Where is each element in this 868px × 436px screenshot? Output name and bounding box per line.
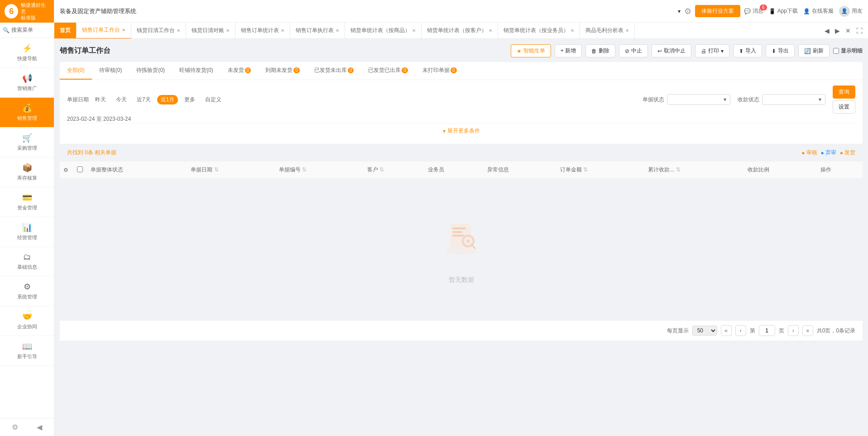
tab-sales-workbench[interactable]: 销售订单工作台 ✕ bbox=[77, 23, 131, 39]
tab-next-btn[interactable]: ▶ bbox=[833, 26, 842, 35]
tab-close-all-btn[interactable]: ✕ bbox=[844, 26, 853, 35]
user-area[interactable]: 👤 用友 bbox=[839, 6, 863, 17]
filter-tab-wangpu[interactable]: 旺铺待发货(0) bbox=[172, 62, 221, 80]
date-custom-btn[interactable]: 自定义 bbox=[201, 95, 225, 104]
refresh-btn[interactable]: 🔄 刷新 bbox=[798, 44, 830, 57]
th-date[interactable]: 单据日期 ⇅ bbox=[187, 161, 275, 179]
page-input[interactable] bbox=[759, 325, 775, 336]
sort-amount-icon[interactable]: ⇅ bbox=[583, 166, 588, 173]
message-action[interactable]: 💬 消息 6 bbox=[744, 7, 763, 15]
sidebar-item-purchase[interactable]: 🛒 采购管理 bbox=[0, 128, 54, 157]
stop-btn[interactable]: ⊘ 中止 bbox=[619, 44, 648, 57]
next-page-btn[interactable]: › bbox=[788, 325, 799, 336]
filter-tab-not-printed[interactable]: 未打印单据0 bbox=[415, 62, 464, 80]
sidebar-item-sales[interactable]: 💰 销售管理 bbox=[0, 98, 54, 128]
query-btn[interactable]: 查询 bbox=[833, 85, 855, 99]
settings-bottom-btn[interactable]: ⚙ bbox=[12, 423, 18, 431]
date-more-btn[interactable]: 更多 bbox=[181, 95, 199, 104]
batch-cancel-review-btn[interactable]: ● 弃审 bbox=[821, 149, 836, 156]
settings-icon[interactable]: ⚙ bbox=[684, 6, 691, 16]
expand-conditions-btn[interactable]: ▾ 展开更多条件 bbox=[67, 123, 855, 138]
basic-icon: 🗂 bbox=[23, 252, 31, 262]
smart-generate-btn[interactable]: ★ 智能生单 bbox=[511, 44, 551, 57]
sidebar-search[interactable]: 🔍 搜索菜单 bbox=[0, 23, 54, 38]
tab-cash-reconcile[interactable]: 钱货日清对账 ✕ bbox=[186, 23, 235, 39]
th-number[interactable]: 单据编号 ⇅ bbox=[275, 161, 364, 179]
select-all-checkbox[interactable] bbox=[77, 166, 83, 172]
tab-close-cash-daily[interactable]: ✕ bbox=[177, 28, 180, 33]
sidebar-item-guide[interactable]: 📖 新手引导 bbox=[0, 336, 54, 366]
filter-tab-shipped-out[interactable]: 已发货已出库0 bbox=[361, 62, 415, 80]
th-customer[interactable]: 客户 ⇅ bbox=[364, 161, 424, 179]
first-page-btn[interactable]: « bbox=[721, 325, 732, 336]
import-btn[interactable]: ⬆ 导入 bbox=[733, 44, 762, 57]
tab-close-sales-exec[interactable]: ✕ bbox=[336, 28, 339, 33]
sort-customer-icon[interactable]: ⇅ bbox=[379, 166, 384, 173]
sidebar-item-finance[interactable]: 💳 资金管理 bbox=[0, 187, 54, 217]
tab-close-customer[interactable]: ✕ bbox=[489, 28, 492, 33]
th-received[interactable]: 累计收款... ⇅ bbox=[644, 161, 744, 179]
th-amount[interactable]: 订单金额 ⇅ bbox=[556, 161, 645, 179]
operation-icon: 📊 bbox=[22, 223, 32, 232]
date-7days-btn[interactable]: 近7天 bbox=[133, 95, 154, 104]
prev-page-btn[interactable]: ‹ bbox=[735, 325, 746, 336]
th-settings[interactable]: ⚙ bbox=[60, 161, 73, 179]
delete-btn[interactable]: 🗑 删除 bbox=[585, 44, 615, 57]
tab-home[interactable]: 首页 bbox=[54, 23, 77, 39]
online-service-action[interactable]: 👤 在线客服 bbox=[803, 7, 834, 15]
filter-tab-overdue[interactable]: 到期未发货0 bbox=[258, 62, 307, 80]
empty-text: 暂无数据 bbox=[449, 276, 474, 284]
show-detail-label[interactable]: 显示明细 bbox=[833, 47, 863, 55]
sidebar-item-basic[interactable]: 🗂 基础信息 bbox=[0, 247, 54, 276]
filter-tab-all[interactable]: 全部(0) bbox=[60, 62, 92, 80]
tab-sales-summary-staff[interactable]: 销货单统计表（按业务员） ✕ bbox=[498, 23, 580, 39]
sidebar-item-inventory[interactable]: 📦 库存核算 bbox=[0, 157, 54, 187]
industry-btn[interactable]: 体验行业方案 bbox=[695, 5, 740, 17]
app-download-action[interactable]: 📱 App下载 bbox=[769, 7, 798, 15]
export-btn[interactable]: ⬇ 导出 bbox=[766, 44, 795, 57]
tab-maximize-btn[interactable]: ⛶ bbox=[854, 26, 864, 35]
cancel-stop-btn[interactable]: ↩ 取消中止 bbox=[652, 44, 691, 57]
tab-close-product[interactable]: ✕ bbox=[412, 28, 416, 33]
tab-close-staff[interactable]: ✕ bbox=[571, 28, 574, 33]
sidebar-item-enterprise[interactable]: 🤝 企业协同 bbox=[0, 306, 54, 336]
payment-select[interactable]: ▾ bbox=[762, 94, 825, 105]
filter-tab-pending-review[interactable]: 待审核(0) bbox=[92, 62, 129, 80]
status-select[interactable]: ▾ bbox=[667, 94, 730, 105]
sort-number-icon[interactable]: ⇅ bbox=[302, 166, 307, 173]
show-detail-checkbox[interactable] bbox=[833, 48, 839, 54]
sort-date-icon[interactable]: ⇅ bbox=[214, 166, 219, 173]
tab-close-sales-workbench[interactable]: ✕ bbox=[122, 28, 125, 33]
batch-review-btn[interactable]: ● 审核 bbox=[801, 149, 817, 156]
tab-close-cash-reconcile[interactable]: ✕ bbox=[226, 28, 230, 33]
tab-prev-btn[interactable]: ◀ bbox=[823, 26, 831, 35]
batch-ship-btn[interactable]: ● 发货 bbox=[840, 149, 855, 156]
add-btn[interactable]: + 新增 bbox=[555, 44, 582, 57]
sidebar-item-system[interactable]: ⚙ 系统管理 bbox=[0, 276, 54, 306]
th-checkbox[interactable] bbox=[73, 161, 87, 179]
filter-tab-not-shipped[interactable]: 未发货0 bbox=[221, 62, 259, 80]
date-today-btn[interactable]: 今天 bbox=[112, 95, 130, 104]
filter-tab-pending-inspect[interactable]: 待拣验货(0) bbox=[129, 62, 172, 80]
tab-sales-stats[interactable]: 销售订单统计表 ✕ bbox=[235, 23, 290, 39]
tab-sales-summary-customer[interactable]: 销货单统计表（按客户） ✕ bbox=[422, 23, 498, 39]
filter-tab-shipped-not-out[interactable]: 已发货未出库0 bbox=[307, 62, 361, 80]
print-btn[interactable]: 🖨 打印 ▾ bbox=[695, 44, 729, 57]
sidebar-item-operation[interactable]: 📊 经营管理 bbox=[0, 217, 54, 247]
date-1month-btn[interactable]: 近1月 bbox=[157, 95, 178, 104]
sort-received-icon[interactable]: ⇅ bbox=[676, 166, 681, 173]
tab-cash-daily[interactable]: 钱货日清工作台 ✕ bbox=[131, 23, 186, 39]
sidebar-item-quick-nav[interactable]: ⚡ 快捷导航 bbox=[0, 38, 54, 68]
system-dropdown[interactable]: ▾ bbox=[678, 8, 681, 14]
last-page-btn[interactable]: » bbox=[802, 325, 813, 336]
collapse-btn[interactable]: ◀ bbox=[37, 423, 42, 431]
per-page-select[interactable]: 10 20 50 100 bbox=[692, 326, 717, 336]
settings-search-btn[interactable]: 设置 bbox=[833, 100, 855, 114]
tab-sales-exec[interactable]: 销售订单执行表 ✕ bbox=[290, 23, 345, 39]
date-yesterday-btn[interactable]: 昨天 bbox=[91, 95, 110, 104]
tab-sales-summary-product[interactable]: 销货单统计表（按商品） ✕ bbox=[345, 23, 422, 39]
tab-close-sales-stats[interactable]: ✕ bbox=[281, 28, 284, 33]
tab-product-margin[interactable]: 商品毛利分析表 ✕ bbox=[580, 23, 635, 39]
sidebar-item-marketing[interactable]: 📢 营销推广 bbox=[0, 68, 54, 98]
tab-close-margin[interactable]: ✕ bbox=[625, 28, 629, 33]
